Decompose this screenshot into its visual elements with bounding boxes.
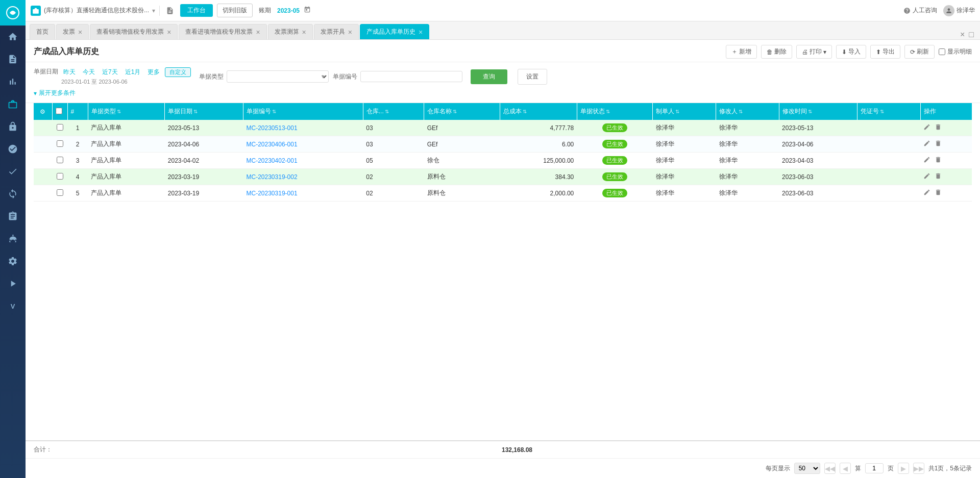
- tab-open[interactable]: 发票开具 ×: [314, 24, 359, 39]
- th-warehouse-code[interactable]: 仓库...⇅: [363, 103, 424, 120]
- sidebar-item-chart[interactable]: [0, 70, 26, 93]
- sidebar-item-robot[interactable]: [0, 228, 26, 250]
- td-delete-btn-1[interactable]: [935, 140, 942, 148]
- td-number-link-0[interactable]: MC-20230513-001: [247, 124, 298, 132]
- tab-invoice-close[interactable]: ×: [78, 29, 82, 36]
- row-checkbox-0[interactable]: [57, 124, 63, 131]
- td-edit-btn-1[interactable]: [923, 140, 930, 148]
- export-button[interactable]: ⬆ 导出: [870, 45, 900, 59]
- brand-chevron[interactable]: ▾: [152, 7, 155, 14]
- td-number-link-1[interactable]: MC-20230406-001: [247, 141, 298, 148]
- td-delete-btn-3[interactable]: [935, 172, 942, 181]
- import-button[interactable]: ⬇ 导入: [836, 45, 866, 59]
- help-button[interactable]: 人工咨询: [903, 6, 937, 15]
- prev-page-button[interactable]: ◀: [840, 463, 851, 474]
- period-value: 2023-05: [277, 7, 300, 14]
- reset-button[interactable]: 设置: [518, 69, 547, 85]
- switch-button[interactable]: 切到旧版: [217, 4, 253, 17]
- td-edit-btn-0[interactable]: [923, 123, 930, 132]
- date-more[interactable]: 更多: [145, 67, 162, 77]
- td-edit-btn-3[interactable]: [923, 172, 930, 181]
- user-info[interactable]: 徐泽华: [943, 5, 975, 16]
- page-input[interactable]: [865, 463, 884, 473]
- show-detail-checkbox-label[interactable]: 显示明细: [939, 47, 972, 56]
- td-number-link-4[interactable]: MC-20230319-001: [247, 190, 298, 197]
- td-checkbox-0: [52, 120, 67, 136]
- th-gear[interactable]: ⚙: [34, 103, 52, 120]
- td-date-2: 2023-04-02: [165, 153, 243, 169]
- first-page-button[interactable]: ◀◀: [824, 463, 836, 474]
- per-page-select[interactable]: 20 50 100: [794, 463, 820, 474]
- tab-history[interactable]: 产成品入库单历史 ×: [360, 24, 429, 39]
- td-edit-btn-4[interactable]: [923, 189, 930, 197]
- last-page-button[interactable]: ▶▶: [913, 463, 924, 474]
- select-all-checkbox[interactable]: [56, 108, 62, 114]
- number-filter-input[interactable]: [360, 71, 462, 82]
- tab-calc-close[interactable]: ×: [302, 29, 306, 36]
- sidebar-item-doc[interactable]: [0, 48, 26, 70]
- row-checkbox-1[interactable]: [57, 140, 63, 147]
- th-creator[interactable]: 制单人⇅: [653, 103, 716, 120]
- th-modifier[interactable]: 修改人⇅: [716, 103, 779, 120]
- sidebar-item-version[interactable]: V: [0, 295, 26, 317]
- date-yesterday[interactable]: 昨天: [61, 67, 78, 77]
- tab-calc[interactable]: 发票测算 ×: [268, 24, 313, 39]
- type-filter-select[interactable]: [227, 70, 329, 83]
- tab-check-purchase[interactable]: 查看进项增值税专用发票 ×: [179, 24, 266, 39]
- date-custom[interactable]: 自定义: [165, 67, 191, 77]
- tab-check-purchase-close[interactable]: ×: [256, 29, 260, 36]
- date-7days[interactable]: 近7天: [100, 67, 120, 77]
- worktable-button[interactable]: 工作台: [180, 4, 213, 17]
- td-modifier-2: 徐泽华: [716, 153, 779, 169]
- th-modify-time[interactable]: 修改时间⇅: [779, 103, 857, 120]
- sidebar-item-task[interactable]: [0, 205, 26, 228]
- tab-open-close[interactable]: ×: [348, 29, 352, 36]
- td-number-link-2[interactable]: MC-20230402-001: [247, 157, 298, 164]
- sidebar-item-video[interactable]: [0, 272, 26, 295]
- th-type[interactable]: 单据类型⇅: [88, 103, 165, 120]
- page-summary: 共1页，5条记录: [928, 464, 972, 473]
- tab-home[interactable]: 首页: [30, 24, 55, 39]
- sidebar-item-org[interactable]: [0, 138, 26, 160]
- td-number-2: MC-20230402-001: [243, 153, 363, 169]
- th-status[interactable]: 单据状态⇅: [577, 103, 653, 120]
- sidebar-item-workflow[interactable]: [0, 183, 26, 205]
- row-checkbox-2[interactable]: [57, 157, 63, 163]
- tab-window-close[interactable]: ×: [960, 30, 965, 39]
- th-warehouse-name[interactable]: 仓库名称⇅: [424, 103, 500, 120]
- tab-history-close[interactable]: ×: [419, 29, 423, 36]
- tab-invoice[interactable]: 发票 ×: [56, 24, 89, 39]
- row-checkbox-4[interactable]: [57, 189, 63, 196]
- calendar-icon[interactable]: [304, 6, 311, 15]
- delete-button[interactable]: 🗑 删除: [761, 45, 792, 59]
- sidebar-item-home[interactable]: [0, 26, 26, 48]
- sidebar-item-approve[interactable]: [0, 160, 26, 183]
- row-checkbox-3[interactable]: [57, 173, 63, 180]
- td-delete-btn-4[interactable]: [935, 189, 942, 197]
- table-row: 5 产品入库单 2023-03-19 MC-20230319-001 02 原料…: [34, 185, 972, 202]
- sidebar-item-lock[interactable]: [0, 115, 26, 138]
- tab-window-max[interactable]: □: [969, 30, 974, 39]
- show-detail-checkbox[interactable]: [939, 48, 945, 55]
- td-delete-btn-2[interactable]: [935, 156, 942, 165]
- td-delete-btn-0[interactable]: [935, 123, 942, 132]
- sidebar-item-settings[interactable]: [0, 250, 26, 272]
- doc-icon[interactable]: [164, 5, 176, 17]
- th-date[interactable]: 单据日期⇅: [165, 103, 243, 120]
- th-total-cost[interactable]: 总成本⇅: [500, 103, 577, 120]
- td-edit-btn-2[interactable]: [923, 156, 930, 165]
- new-button[interactable]: ＋ 新增: [726, 45, 757, 59]
- date-today[interactable]: 今天: [81, 67, 97, 77]
- refresh-button[interactable]: ⟳ 刷新: [904, 45, 935, 59]
- expand-filter-btn[interactable]: ▾ 展开更多条件: [34, 89, 972, 97]
- search-button[interactable]: 查询: [471, 69, 507, 84]
- print-button[interactable]: 🖨 打印 ▾: [796, 45, 832, 59]
- next-page-button[interactable]: ▶: [898, 463, 909, 474]
- tab-check-sales-close[interactable]: ×: [167, 29, 171, 36]
- date-1month[interactable]: 近1月: [123, 67, 143, 77]
- sidebar-item-inventory[interactable]: [0, 93, 26, 115]
- th-voucher[interactable]: 凭证号⇅: [857, 103, 921, 120]
- tab-check-sales[interactable]: 查看销项增值税专用发票 ×: [90, 24, 178, 39]
- th-number[interactable]: 单据编号⇅: [243, 103, 363, 120]
- td-number-link-3[interactable]: MC-20230319-002: [247, 173, 298, 181]
